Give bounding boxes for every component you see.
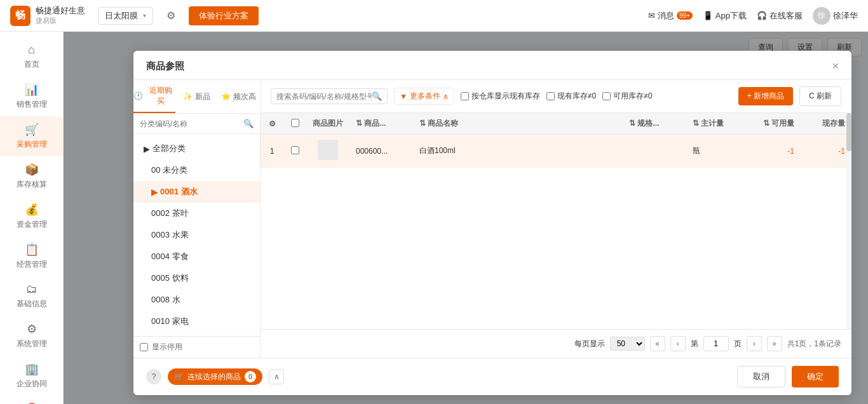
logo-text: 畅捷通好生意 捷易版 xyxy=(36,6,85,26)
sidebar-item-enterprise[interactable]: 🏢 企业协同 xyxy=(0,356,63,396)
scrollbar-thumb[interactable] xyxy=(846,113,851,151)
sidebar-item-guide[interactable]: 🎯 新手引导 xyxy=(0,396,63,404)
available-stock-filter: 可用库存≠0 xyxy=(602,91,652,102)
sort-icon: ⇅ xyxy=(629,119,635,128)
row-checkbox-cell xyxy=(283,135,306,168)
product-table: ⚙ 商品图片 ⇅ 商品... xyxy=(261,113,851,329)
refresh-btn[interactable]: C 刷新 xyxy=(799,86,841,106)
show-disabled-checkbox[interactable] xyxy=(140,343,148,351)
cat-item-snacks[interactable]: 0004 零食 xyxy=(133,246,260,267)
cat-item-tea[interactable]: 0002 茶叶 xyxy=(133,203,260,224)
row-unit-cell: 瓶 xyxy=(686,135,737,168)
sidebar-item-finance[interactable]: 💰 资金管理 xyxy=(0,196,63,236)
service-btn[interactable]: 🎧 在线客服 xyxy=(757,10,803,22)
cat-item-drinks[interactable]: 0005 饮料 xyxy=(133,267,260,289)
pagination-bar: 每页显示 50 10 20 100 « ‹ 第 页 › » xyxy=(261,329,851,358)
current-stock-filter: 现有库存≠0 xyxy=(546,91,596,102)
col-header-name[interactable]: ⇅ 商品名称 xyxy=(413,113,623,135)
total-info: 共1页，1条记录 xyxy=(787,339,841,349)
sidebar-item-basics[interactable]: 🗂 基础信息 xyxy=(0,276,63,316)
add-product-btn[interactable]: + 新增商品 xyxy=(738,87,793,105)
sidebar-item-operations[interactable]: 📋 经营管理 xyxy=(0,236,63,276)
experience-btn[interactable]: 体验行业方案 xyxy=(189,6,259,25)
sidebar-item-purchase[interactable]: 🛒 采购管理 xyxy=(0,116,63,156)
scrollbar-track xyxy=(846,113,851,329)
product-search-box: 🔍 xyxy=(271,88,388,104)
search-icon[interactable]: 🔍 xyxy=(372,91,382,101)
navbar: 畅 畅捷通好生意 捷易版 日太阳膜 ▾ ⚙ 体验行业方案 ✉ 消息 99+ 📱 … xyxy=(0,0,868,32)
product-reference-modal: 商品参照 × 🕐 近期购买 ✨ 新品 xyxy=(133,51,851,395)
tab-recent-purchase[interactable]: 🕐 近期购买 xyxy=(133,80,175,113)
category-search-input[interactable] xyxy=(140,119,240,128)
warehouse-filter: 按仓库显示现有库存 xyxy=(461,91,540,102)
cat-item-liquor[interactable]: ▶ 0001 酒水 xyxy=(133,181,260,203)
tab-new-items[interactable]: ✨ 新品 xyxy=(175,80,217,113)
expand-selection-btn[interactable]: ∧ xyxy=(269,369,284,384)
col-header-unit[interactable]: ⇅ 主计量 xyxy=(686,113,737,135)
logo: 畅 畅捷通好生意 捷易版 xyxy=(10,6,85,26)
row-stock-cell: -1 xyxy=(801,135,851,168)
sort-icon: ⇅ xyxy=(763,119,770,128)
sidebar-item-sales[interactable]: 📊 销售管理 xyxy=(0,76,63,116)
table-header-row: ⚙ 商品图片 ⇅ 商品... xyxy=(261,113,851,135)
cat-item-uncategorized[interactable]: 00 未分类 xyxy=(133,159,260,181)
product-panel: 🔍 ▼ 更多条件 ∧ 按仓库显示现有库存 xyxy=(261,80,851,358)
modal-close-btn[interactable]: × xyxy=(832,60,839,73)
cat-item-fruit[interactable]: 0003 水果 xyxy=(133,224,260,246)
message-btn[interactable]: ✉ 消息 99+ xyxy=(648,10,693,22)
col-header-code[interactable]: ⇅ 商品... xyxy=(349,113,413,135)
page-prev-btn[interactable]: ‹ xyxy=(670,336,686,351)
nav-selector[interactable]: 日太阳膜 ▾ xyxy=(98,7,153,25)
search-icon[interactable]: 🔍 xyxy=(243,119,254,128)
sidebar-item-inventory[interactable]: 📦 库存核算 xyxy=(0,156,63,196)
page-first-btn[interactable]: « xyxy=(650,336,665,351)
category-search: 🔍 xyxy=(133,114,260,134)
col-header-image: 商品图片 xyxy=(306,113,349,135)
row-checkbox[interactable] xyxy=(291,146,299,154)
modal-footer: ? 🛒 连续选择的商品 0 ∧ 取消 确定 xyxy=(133,358,851,395)
product-data-table: ⚙ 商品图片 ⇅ 商品... xyxy=(261,113,851,168)
category-panel: 🕐 近期购买 ✨ 新品 ⭐ 频次高 xyxy=(133,80,261,358)
page-last-btn[interactable]: » xyxy=(767,336,782,351)
footer-right: 取消 确定 xyxy=(737,366,839,387)
modal-title: 商品参照 xyxy=(146,60,184,72)
product-search-input[interactable] xyxy=(276,92,372,101)
app-download-btn[interactable]: 📱 App下载 xyxy=(703,10,747,22)
home-icon: ⌂ xyxy=(28,43,35,57)
avatar: 徐 xyxy=(813,7,831,25)
gear-icon[interactable]: ⚙ xyxy=(161,6,181,26)
col-header-stock: 现存量 xyxy=(801,113,851,135)
mobile-icon: 📱 xyxy=(703,11,713,20)
sort-icon: ⇅ xyxy=(693,119,699,128)
cat-item-all[interactable]: ▶ 全部分类 xyxy=(133,138,260,159)
page-next-btn[interactable]: › xyxy=(747,336,762,351)
cat-item-appliances[interactable]: 0010 家电 xyxy=(133,311,260,332)
cat-item-water[interactable]: 0008 水 xyxy=(133,289,260,311)
row-image-cell xyxy=(306,135,349,168)
user-btn[interactable]: 徐 徐泽华 xyxy=(813,7,858,25)
available-stock-checkbox[interactable] xyxy=(602,92,611,100)
category-quick-tabs: 🕐 近期购买 ✨ 新品 ⭐ 频次高 xyxy=(133,80,260,114)
sidebar-item-system[interactable]: ⚙ 系统管理 xyxy=(0,316,63,356)
warehouse-stock-checkbox[interactable] xyxy=(461,92,469,100)
fire-icon: ⭐ xyxy=(221,92,231,101)
sales-icon: 📊 xyxy=(25,83,39,97)
page-size-select[interactable]: 50 10 20 100 xyxy=(610,337,645,351)
more-filter-btn[interactable]: ▼ 更多条件 ∧ xyxy=(394,88,454,105)
col-header-available[interactable]: ⇅ 可用量 xyxy=(737,113,801,135)
select-all-checkbox[interactable] xyxy=(291,119,299,127)
col-header-spec[interactable]: ⇅ 规格... xyxy=(623,113,686,135)
finance-icon: 💰 xyxy=(25,203,39,217)
table-row[interactable]: 1 000600... 白酒100ml xyxy=(261,135,851,168)
help-btn[interactable]: ? xyxy=(146,369,161,384)
current-stock-checkbox[interactable] xyxy=(546,92,555,100)
sidebar-item-home[interactable]: ⌂ 首页 xyxy=(0,37,63,76)
sort-icon: ⇅ xyxy=(419,119,426,128)
expand-icon: ▶ xyxy=(144,144,150,154)
page-number-input[interactable] xyxy=(703,336,729,351)
main-layout: ⌂ 首页 📊 销售管理 🛒 采购管理 📦 库存核算 💰 资金管理 📋 经营管理 … xyxy=(0,32,868,404)
cancel-btn[interactable]: 取消 xyxy=(737,366,785,387)
content-area: 查询 设置 刷新 商品参照 × 🕐 近期购买 xyxy=(64,32,868,404)
tab-high-frequency[interactable]: ⭐ 频次高 xyxy=(218,80,260,113)
confirm-btn[interactable]: 确定 xyxy=(792,366,839,387)
